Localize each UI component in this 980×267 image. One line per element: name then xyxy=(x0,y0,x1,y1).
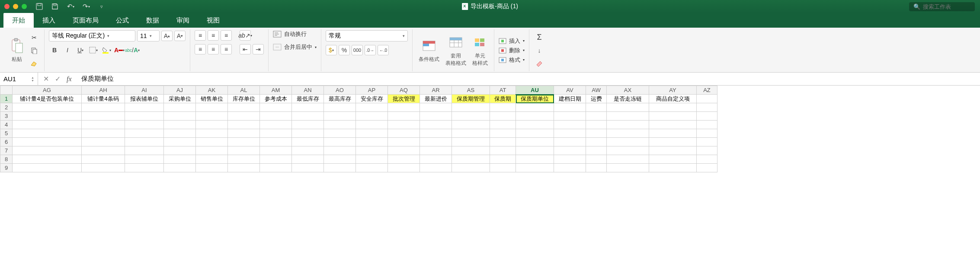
cell-AI5[interactable] xyxy=(125,129,164,138)
col-header-AG[interactable]: AG xyxy=(13,86,82,95)
cell-AY9[interactable] xyxy=(649,164,697,172)
cell-AY4[interactable] xyxy=(649,121,697,129)
table-format-button[interactable]: 套用 表格格式 xyxy=(444,33,468,68)
cell-AL2[interactable] xyxy=(228,103,260,112)
cell-AW2[interactable] xyxy=(586,103,607,112)
cell-AN9[interactable] xyxy=(292,164,324,172)
cell-AX7[interactable] xyxy=(607,146,649,155)
cell-AI9[interactable] xyxy=(125,164,164,172)
cell-AK4[interactable] xyxy=(196,121,228,129)
cell-AU4[interactable] xyxy=(516,121,554,129)
cancel-formula-button[interactable]: ✕ xyxy=(43,75,49,83)
percent-button[interactable]: % xyxy=(339,45,350,55)
cell-AT3[interactable] xyxy=(490,112,516,121)
cell-AO1[interactable]: 最高库存 xyxy=(324,95,356,103)
tab-页面布局[interactable]: 页面布局 xyxy=(64,13,107,28)
row-header-2[interactable]: 2 xyxy=(0,103,13,112)
col-header-AU[interactable]: AU xyxy=(516,86,554,95)
cell-AK7[interactable] xyxy=(196,146,228,155)
cell-AQ1[interactable]: 批次管理 xyxy=(388,95,420,103)
cell-AZ2[interactable] xyxy=(697,103,717,112)
cell-AV4[interactable] xyxy=(554,121,586,129)
cell-AN5[interactable] xyxy=(292,129,324,138)
cell-AT6[interactable] xyxy=(490,138,516,146)
col-header-AR[interactable]: AR xyxy=(420,86,452,95)
cell-AO9[interactable] xyxy=(324,164,356,172)
cell-AT4[interactable] xyxy=(490,121,516,129)
row-header-8[interactable]: 8 xyxy=(0,155,13,164)
cell-AO8[interactable] xyxy=(324,155,356,164)
cell-AH2[interactable] xyxy=(82,103,125,112)
cell-AU8[interactable] xyxy=(516,155,554,164)
accept-formula-button[interactable]: ✓ xyxy=(55,75,61,83)
autosum-button[interactable]: Σ xyxy=(534,32,545,43)
autosave-icon[interactable] xyxy=(35,2,44,11)
row-header-3[interactable]: 3 xyxy=(0,112,13,121)
cell-AP2[interactable] xyxy=(356,103,388,112)
cell-AT2[interactable] xyxy=(490,103,516,112)
cell-AN3[interactable] xyxy=(292,112,324,121)
cell-AH9[interactable] xyxy=(82,164,125,172)
cell-AM5[interactable] xyxy=(260,129,292,138)
orientation-button[interactable]: ab↗▾ xyxy=(240,30,251,41)
merge-center-button[interactable]: 合并后居中 ▾ xyxy=(273,43,317,51)
delete-cells-button[interactable]: 删除▾ xyxy=(499,47,525,54)
tab-审阅[interactable]: 审阅 xyxy=(168,13,198,28)
increase-indent-button[interactable]: ⇥ xyxy=(253,44,264,54)
align-left-button[interactable]: ≡ xyxy=(195,44,206,54)
col-header-AI[interactable]: AI xyxy=(125,86,164,95)
row-header-6[interactable]: 6 xyxy=(0,138,13,146)
cell-AQ2[interactable] xyxy=(388,103,420,112)
cell-AG2[interactable] xyxy=(13,103,82,112)
cell-AM2[interactable] xyxy=(260,103,292,112)
cell-AW7[interactable] xyxy=(586,146,607,155)
cell-AU5[interactable] xyxy=(516,129,554,138)
cell-AP9[interactable] xyxy=(356,164,388,172)
cell-AI8[interactable] xyxy=(125,155,164,164)
cell-AX8[interactable] xyxy=(607,155,649,164)
cell-AW5[interactable] xyxy=(586,129,607,138)
cell-AQ9[interactable] xyxy=(388,164,420,172)
select-all-corner[interactable] xyxy=(0,86,13,95)
cell-AO3[interactable] xyxy=(324,112,356,121)
currency-button[interactable]: $▾ xyxy=(326,45,337,55)
conditional-format-button[interactable]: 条件格式 xyxy=(417,37,441,64)
cell-AR2[interactable] xyxy=(420,103,452,112)
cell-AX3[interactable] xyxy=(607,112,649,121)
cell-AK6[interactable] xyxy=(196,138,228,146)
col-header-AL[interactable]: AL xyxy=(228,86,260,95)
cell-AK1[interactable]: 销售单位 xyxy=(196,95,228,103)
cell-AM3[interactable] xyxy=(260,112,292,121)
increase-decimal-button[interactable]: .0→ xyxy=(365,45,376,55)
cell-AY8[interactable] xyxy=(649,155,697,164)
cell-AM8[interactable] xyxy=(260,155,292,164)
col-header-AW[interactable]: AW xyxy=(586,86,607,95)
save-icon[interactable] xyxy=(50,2,60,11)
cell-AL9[interactable] xyxy=(228,164,260,172)
col-header-AK[interactable]: AK xyxy=(196,86,228,95)
fill-color-button[interactable]: ▾ xyxy=(101,45,112,55)
col-header-AH[interactable]: AH xyxy=(82,86,125,95)
cell-AO2[interactable] xyxy=(324,103,356,112)
cell-AX9[interactable] xyxy=(607,164,649,172)
cell-AL8[interactable] xyxy=(228,155,260,164)
cell-AQ3[interactable] xyxy=(388,112,420,121)
cell-AY3[interactable] xyxy=(649,112,697,121)
cell-AJ2[interactable] xyxy=(164,103,196,112)
cell-AY6[interactable] xyxy=(649,138,697,146)
col-header-AZ[interactable]: AZ xyxy=(697,86,717,95)
cell-AH5[interactable] xyxy=(82,129,125,138)
cell-AZ3[interactable] xyxy=(697,112,717,121)
cell-AM1[interactable]: 参考成本 xyxy=(260,95,292,103)
search-input[interactable] xyxy=(923,3,970,10)
cell-AI7[interactable] xyxy=(125,146,164,155)
cell-AJ9[interactable] xyxy=(164,164,196,172)
tab-视图[interactable]: 视图 xyxy=(198,13,228,28)
cell-AR3[interactable] xyxy=(420,112,452,121)
cell-AJ6[interactable] xyxy=(164,138,196,146)
cell-AT8[interactable] xyxy=(490,155,516,164)
cell-AT7[interactable] xyxy=(490,146,516,155)
col-header-AY[interactable]: AY xyxy=(649,86,697,95)
cell-AP3[interactable] xyxy=(356,112,388,121)
cell-AZ4[interactable] xyxy=(697,121,717,129)
